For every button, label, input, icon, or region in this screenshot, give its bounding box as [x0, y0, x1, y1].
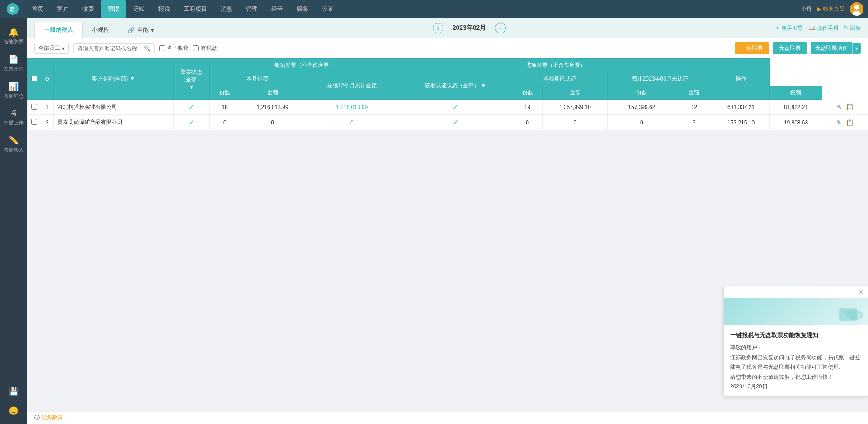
tax-disk-checkbox[interactable]	[193, 45, 199, 51]
invoice-icon: 📄	[9, 54, 19, 64]
tax-policy-link[interactable]: 税务政策	[41, 414, 63, 422]
row1-name: 河北柯搭桠实业有限公司	[54, 100, 174, 115]
own-account-checkbox[interactable]	[159, 45, 165, 51]
row2-cumulative[interactable]: 0	[305, 115, 399, 130]
sidebar-item-entry[interactable]: ✏️ 票据录入	[0, 131, 27, 158]
row1-until-amount: 631,337.21	[712, 100, 770, 115]
svg-rect-7	[839, 308, 857, 321]
th-auth-status: 获取认证状态（全部） ▼	[399, 72, 512, 100]
wupan-ops-dropdown[interactable]: ▾	[852, 43, 861, 54]
employee-filter[interactable]: 全部员工 ▾	[34, 43, 69, 54]
sidebar-item-scan[interactable]: 🖨 扫描上传	[0, 104, 27, 131]
th-cancel-status: 取票状态（全部） ▼	[173, 59, 209, 100]
wupan-ticket-btn[interactable]: 无盘取票	[773, 42, 807, 54]
manual-btn[interactable]: 📖 操作手册	[808, 24, 838, 32]
cancel-filter-icon[interactable]: ▼	[189, 84, 194, 90]
toolbar-right: 一键取票 无盘取票 无盘取票操作 ▾	[735, 42, 861, 54]
row1-cancel-status: ✓	[173, 100, 209, 115]
row1-period-tax: 157,399.62	[608, 100, 676, 115]
filter-icon[interactable]: ▼	[130, 76, 135, 82]
row1-checkbox	[28, 100, 41, 115]
row2-until-count: 6	[676, 115, 712, 130]
row1-month-amount: 1,216,013.99	[240, 100, 305, 115]
row1-period-count: 19	[512, 100, 542, 115]
chevron-down-icon: ▾	[151, 27, 154, 33]
nav-home[interactable]: 首页	[25, 0, 50, 18]
row2-period-count: 0	[512, 115, 542, 130]
tab-right-actions: ✦ 新手引导 📖 操作手册 ↻ 刷新	[775, 24, 861, 36]
detail-icon[interactable]: 📋	[846, 103, 854, 110]
nav-business[interactable]: 工商项目	[177, 0, 213, 18]
th-period-count: 份数	[512, 86, 542, 100]
member-badge[interactable]: ▶ 畅享会员	[817, 5, 844, 13]
notice-decoration	[724, 298, 868, 325]
edit-icon[interactable]: ✎	[836, 103, 842, 110]
th-until-date: 截止2023年03月未认证	[608, 72, 712, 86]
row1-auth-status: ✓	[399, 100, 512, 115]
nav-accounting[interactable]: 记账	[127, 0, 151, 18]
yijian-ticket-btn[interactable]: 一键取票	[735, 42, 769, 54]
row1-period-amount: 1,357,999.10	[542, 100, 607, 115]
nav-tax[interactable]: 报税	[152, 0, 176, 18]
edit-icon[interactable]: ✎	[836, 119, 842, 126]
row2-period-amount: 0	[542, 115, 607, 130]
nav-settings[interactable]: 设置	[316, 0, 340, 18]
current-date: 2023年02月	[453, 24, 486, 32]
notice-illustration	[828, 299, 864, 322]
nav-messages[interactable]: 消息	[214, 0, 239, 18]
sidebar-download-btn[interactable]: 💾	[9, 383, 19, 400]
customer-search[interactable]: 🔍	[73, 43, 155, 53]
row2-auth-status: ✓	[399, 115, 512, 130]
dropdown-icon: ▾	[62, 45, 65, 52]
nav-service[interactable]: 服务	[290, 0, 315, 18]
th-sales-header: 销项发票（不含作废票）	[209, 59, 399, 72]
new-guide-btn[interactable]: ✦ 新手引导	[775, 24, 803, 32]
nav-bills[interactable]: 票据	[101, 0, 126, 18]
th-12month: 连续12个月累计金额	[305, 72, 399, 100]
row2-select[interactable]	[31, 119, 37, 125]
row2-month-amount: 0	[240, 115, 305, 130]
notice-close-btn[interactable]: ✕	[858, 288, 864, 296]
sidebar-item-invoice[interactable]: 📄 发票开具	[0, 50, 27, 77]
wupan-ops-main[interactable]: 无盘取票操作	[811, 42, 852, 54]
settings-icon[interactable]: ⚙	[45, 76, 50, 82]
toolbar: 全部员工 ▾ 🔍 名下账套 有税盘 一键取票 无盘取票 无盘取票操作 ▾	[27, 38, 868, 58]
select-all-checkbox[interactable]	[31, 76, 37, 81]
row2-actions: ✎ 📋	[822, 115, 868, 130]
sidebar-item-smart-ticket[interactable]: 🔔 智能取票	[0, 23, 27, 50]
detail-icon[interactable]: 📋	[846, 119, 854, 126]
nav-operations[interactable]: 经营	[265, 0, 289, 18]
notice-greeting: 尊敬的用户：	[730, 343, 861, 353]
sidebar-item-summary[interactable]: 📊 票据汇总	[0, 77, 27, 104]
nav-fees[interactable]: 收费	[76, 0, 100, 18]
next-month-btn[interactable]: ›	[495, 23, 506, 33]
table-row: 2 灵寿县尚泽矿产品有限公司 ✓ 0 0 0 ✓ 0 0 0 6 153,215…	[28, 115, 868, 130]
date-navigation: ‹ 2023年02月 ›	[163, 23, 775, 37]
prev-month-btn[interactable]: ‹	[433, 23, 443, 33]
tab-small-scale[interactable]: 小规模	[83, 22, 118, 38]
entry-icon: ✏️	[9, 135, 19, 145]
sidebar-support-btn[interactable]: 😊	[9, 402, 19, 419]
sidebar-bottom: 💾 😊	[9, 383, 19, 424]
th-period-amount: 金额	[542, 86, 607, 100]
user-avatar[interactable]	[850, 2, 863, 16]
nav-management[interactable]: 管理	[240, 0, 264, 18]
search-icon[interactable]: 🔍	[144, 45, 151, 52]
row1-select[interactable]	[31, 104, 37, 110]
check-icon: ✓	[453, 119, 458, 126]
fullscreen-btn[interactable]: 全屏	[801, 5, 812, 13]
th-checkbox	[28, 59, 41, 100]
row1-cumulative[interactable]: 1,216,013.99	[305, 100, 399, 115]
invoice-table-container: ⚙ 客户名称(全部) ▼ 取票状态（全部） ▼ 销项发票（不含作废票） 进项发票…	[27, 58, 868, 130]
tab-all[interactable]: 🔗 全能 ▾	[118, 22, 163, 38]
auth-filter-icon[interactable]: ▼	[481, 82, 486, 89]
check-icon: ✓	[453, 103, 458, 111]
tab-general-taxpayer[interactable]: 一般纳税人	[34, 22, 83, 38]
search-input[interactable]	[77, 45, 144, 52]
tax-disk-filter[interactable]: 有税盘	[193, 44, 217, 52]
refresh-btn[interactable]: ↻ 刷新	[844, 24, 861, 32]
top-navigation: 易 首页 客户 收费 票据 记账 报税 工商项目 消息 管理 经营 服务 设置 …	[0, 0, 868, 18]
own-account-filter[interactable]: 名下账套	[159, 44, 189, 52]
employee-label: 全部员工	[38, 44, 60, 52]
nav-customer[interactable]: 客户	[51, 0, 75, 18]
